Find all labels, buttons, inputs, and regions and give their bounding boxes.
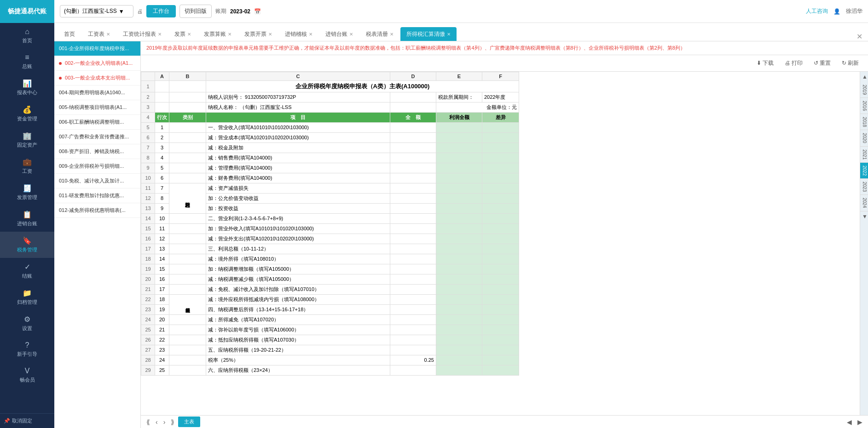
year-nav-2022[interactable]: 2022 (860, 163, 868, 179)
col-header-c: C (206, 72, 390, 80)
refresh-icon: ↻ (842, 60, 846, 66)
sidebar-item-guide[interactable]: ? 新手引导 (0, 337, 54, 362)
tab-payroll[interactable]: 工资表 ✕ (82, 27, 116, 41)
year-nav-down[interactable]: ▼ (860, 211, 868, 222)
sidebar: 畅捷通易代账 ⌂ 首页 ≡ 总账 📊 报表中心 💰 资金管理 🏢 固定资产 💼 … (0, 0, 54, 428)
left-panel-item-008[interactable]: 008-资产折旧、摊销及纳税... (54, 144, 140, 159)
tab-invoice-calc[interactable]: 发票算账 ✕ (198, 27, 237, 41)
left-panel: 001-企业所得税年度纳税申报... 002-一般企业收入明细表(A1... 0… (54, 41, 141, 428)
left-panel-item-005[interactable]: 005-纳税调整项目明细表(A1... (54, 100, 140, 115)
sidebar-item-general-ledger[interactable]: ≡ 总账 (0, 49, 54, 74)
close-tab-payroll[interactable]: ✕ (106, 32, 110, 37)
right-panel: 2019年度步及取以前年度延续数据的申报表单元格需要手工维护正确，才能保证本年及… (141, 41, 868, 428)
col-amount-header: 全 额 (390, 112, 436, 122)
sidebar-item-invoice[interactable]: 🧾 发票管理 (0, 179, 54, 205)
year-nav-2018[interactable]: 2018 (860, 114, 868, 130)
sheet-nav-next-next[interactable]: ⟫ (169, 417, 176, 427)
error-dot-2 (59, 77, 62, 80)
company-selector[interactable]: (勾删）江西服宝-LSS ▼ (60, 5, 133, 17)
table-row: 28 24 税率（25%） 0.25 (141, 355, 519, 365)
tab-invoice[interactable]: 发票 ✕ (168, 27, 197, 41)
sidebar-item-member[interactable]: V 畅会员 (0, 362, 54, 388)
sidebar-item-reports[interactable]: 📊 报表中心 (0, 74, 54, 101)
switch-old-button[interactable]: 切到旧版 (179, 5, 212, 18)
tax-period-label: 税款所属期间： (438, 94, 474, 100)
left-panel-item-004[interactable]: 004-期间费用明细表(A1040... (54, 86, 140, 100)
left-panel-item-009[interactable]: 009-企业所得税补亏损明细... (54, 159, 140, 174)
year-nav-2023[interactable]: 2023 (860, 179, 868, 195)
sidebar-item-sales[interactable]: 📋 进销台账 (0, 205, 54, 232)
ledger-icon: ≡ (25, 53, 29, 62)
sidebar-item-home[interactable]: ⌂ 首页 (0, 23, 54, 49)
currency-label: 金额单位：元 (436, 102, 519, 112)
sidebar-item-finance[interactable]: 💰 资金管理 (0, 101, 54, 127)
sheet-nav-prev[interactable]: ‹ (154, 417, 160, 427)
sidebar-item-assets[interactable]: 🏢 固定资产 (0, 127, 54, 153)
guide-icon: ? (25, 341, 29, 349)
spreadsheet[interactable]: A B C D E F 1 (141, 72, 860, 416)
work-station-button[interactable]: 工作台 (146, 5, 176, 17)
col-header-e: E (436, 72, 482, 80)
tab-income-tax[interactable]: 所得税汇算清缴 ✕ (400, 27, 457, 41)
tab-check[interactable]: 进销稽核 ✕ (279, 27, 318, 41)
left-panel-item-003[interactable]: 003-一般企业成本支出明细... (54, 71, 140, 86)
year-nav-2019[interactable]: 2019 (860, 82, 868, 98)
refresh-button[interactable]: ↻ 刷新 (838, 58, 862, 68)
close-tab-invoice[interactable]: ✕ (187, 32, 191, 37)
company-name-label: 纳税人名称： (208, 104, 238, 110)
main-table: A B C D E F 1 (141, 72, 519, 376)
left-panel-item-006[interactable]: 006-职工薪酬纳税调整明细... (54, 115, 140, 130)
year-nav-2024[interactable]: 2024 (860, 195, 868, 211)
print-button[interactable]: 🖨 打印 (781, 58, 806, 68)
tab-tax-list[interactable]: 税表清册 ✕ (360, 27, 399, 41)
table-row: 21 17 减：免税、减计收入及加计扣除（填写A107010） (141, 284, 519, 294)
close-tab-tax-list[interactable]: ✕ (390, 32, 393, 37)
toolbar: ⬇ 下载 🖨 打印 ↺ 重置 ↻ 刷新 (141, 55, 868, 72)
year-nav-2021[interactable]: 2021 (860, 147, 868, 163)
download-button[interactable]: ⬇ 下载 (753, 58, 777, 68)
company-name: (勾删）江西服宝-LSS (64, 7, 117, 15)
print-icon: 🖨 (785, 60, 790, 66)
tax-period-value: 2022年度 (484, 94, 505, 100)
tax-id-value: 91320500703719732P (245, 94, 296, 100)
close-tab-payroll-stats[interactable]: ✕ (158, 32, 162, 37)
sidebar-item-archive[interactable]: 📁 归档管理 (0, 284, 54, 310)
left-panel-item-002[interactable]: 002-一般企业收入明细表(A1... (54, 56, 140, 71)
left-panel-item-001[interactable]: 001-企业所得税年度纳税申报... (54, 41, 140, 56)
reset-button[interactable]: ↺ 重置 (810, 58, 834, 68)
app-logo: 畅捷通易代账 (0, 0, 54, 23)
scroll-right-btn[interactable]: ▶ (856, 417, 864, 427)
left-panel-item-007[interactable]: 007-广告费和业务宣传费递推... (54, 130, 140, 144)
table-title: 企业所得税年度纳税申报表（A类）主表(A100000) (206, 80, 519, 92)
tab-invoice-open[interactable]: 发票开票 ✕ (238, 27, 278, 41)
sidebar-item-tax[interactable]: 🔖 税务管理 (0, 232, 54, 258)
tab-payroll-stats[interactable]: 工资统计报表 ✕ (117, 27, 168, 41)
close-tab-invoice-open[interactable]: ✕ (268, 32, 272, 37)
table-row: 7 3 减：税金及附加 (141, 143, 519, 153)
tab-sales-ledger[interactable]: 进销台账 ✕ (319, 27, 359, 41)
service-label[interactable]: 人工咨询 (806, 7, 828, 15)
sheet-nav-prev-prev[interactable]: ⟪ (145, 417, 152, 427)
close-tab-check[interactable]: ✕ (309, 32, 312, 37)
year-nav-up[interactable]: ▲ (860, 72, 868, 82)
sheet-nav-next[interactable]: › (162, 417, 168, 427)
close-tab-sales-ledger[interactable]: ✕ (349, 32, 353, 37)
close-all-tabs[interactable]: ✕ (855, 32, 864, 41)
sheet-tab-main[interactable]: 主表 (178, 417, 200, 427)
tab-home[interactable]: 首页 (58, 27, 81, 41)
company-name-value: （勾删）江西服宝-LSS (240, 104, 291, 110)
close-tab-income-tax[interactable]: ✕ (447, 32, 451, 37)
left-panel-item-012[interactable]: 012-减免所得税优惠明细表(... (54, 203, 140, 218)
sidebar-item-payroll[interactable]: 💼 工资 (0, 153, 54, 179)
sidebar-item-close[interactable]: ✓ 结账 (0, 258, 54, 284)
year-nav-2016[interactable]: 2016 (860, 98, 868, 114)
unpin-button[interactable]: 📌 取消固定 (0, 413, 54, 428)
scroll-left-btn[interactable]: ◀ (845, 417, 854, 427)
left-panel-item-010[interactable]: 010-免税、减计收入及加计... (54, 174, 140, 188)
table-row: 9 5 减：管理费用(填写A104000) (141, 163, 519, 173)
year-nav-2020[interactable]: 2020 (860, 130, 868, 146)
left-panel-item-011[interactable]: 011-研发费用加计扣除优惠... (54, 188, 140, 203)
sidebar-item-settings[interactable]: ⚙ 设置 (0, 310, 54, 337)
print-icon[interactable]: 🖨 (137, 8, 143, 15)
close-tab-invoice-calc[interactable]: ✕ (228, 32, 231, 37)
